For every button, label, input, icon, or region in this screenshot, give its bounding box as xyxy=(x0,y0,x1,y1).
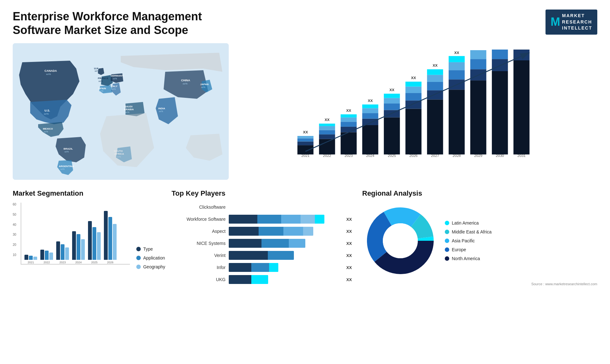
svg-rect-32 xyxy=(297,145,314,155)
svg-rect-55 xyxy=(384,118,400,155)
svg-text:xx%: xx% xyxy=(98,80,103,82)
logo-letter: M xyxy=(551,13,560,30)
player-bar-wrap-aspect xyxy=(229,227,341,236)
player-name-workforce: Workforce Software xyxy=(172,217,226,222)
svg-text:xx%: xx% xyxy=(112,88,116,90)
growth-chart-wrap: XX XX XX xyxy=(248,50,588,158)
player-row-clicksoftware: Clicksoftware xyxy=(172,203,356,212)
svg-rect-34 xyxy=(297,138,314,142)
svg-rect-39 xyxy=(319,130,335,135)
seg-bar-group-2024: 2024 xyxy=(72,231,85,264)
donut-center xyxy=(383,223,418,258)
seg-bar-group-2025: 2025 xyxy=(88,221,101,264)
seg-bar-geo xyxy=(33,257,37,260)
svg-rect-73 xyxy=(449,90,465,155)
svg-text:XX: XX xyxy=(433,64,438,68)
player-xx-workforce: XX xyxy=(346,217,356,222)
player-name-nice: NICE Systems xyxy=(172,241,226,246)
logo-line2: RESEARCH xyxy=(562,19,592,25)
player-name-verint: Verint xyxy=(172,253,226,258)
svg-rect-49 xyxy=(362,125,378,154)
svg-text:xx%: xx% xyxy=(201,86,205,88)
player-row-workforce: Workforce Software XX xyxy=(172,215,356,224)
svg-text:FRANCE: FRANCE xyxy=(98,77,109,80)
svg-text:xx%: xx% xyxy=(99,90,103,92)
svg-rect-37 xyxy=(319,139,335,155)
growth-chart-svg: XX XX XX xyxy=(248,50,588,158)
svg-text:U.K.: U.K. xyxy=(94,67,99,70)
reg-label-europe: Europe xyxy=(452,247,466,252)
reg-legend-asia-pacific: Asia Pacific xyxy=(445,238,491,243)
legend-item-application: Application xyxy=(136,255,165,260)
svg-text:CHINA: CHINA xyxy=(181,79,190,82)
player-name-aspect: Aspect xyxy=(172,229,226,234)
logo: M MARKET RESEARCH INTELLECT xyxy=(546,10,597,35)
player-bar-wrap-workforce xyxy=(229,215,341,224)
svg-rect-47 xyxy=(341,114,357,118)
seg-bar-group-2022: 2022 xyxy=(40,250,53,264)
svg-text:MEXICO: MEXICO xyxy=(43,127,53,130)
player-row-infor: Infor XX xyxy=(172,263,356,272)
svg-rect-70 xyxy=(427,75,443,82)
svg-rect-69 xyxy=(427,82,443,90)
bottom-row: Market Segmentation 60 50 40 30 20 10 xyxy=(13,189,597,287)
seg-bars: 2021 2022 xyxy=(21,203,130,265)
player-bar-wrap-clicksoftware xyxy=(229,203,341,212)
player-bar-nice xyxy=(229,239,305,248)
svg-text:BRAZIL: BRAZIL xyxy=(64,147,73,150)
reg-dot-europe xyxy=(445,247,449,252)
svg-rect-43 xyxy=(341,132,357,155)
svg-text:xx%: xx% xyxy=(95,70,99,72)
reg-label-latin-america: Latin America xyxy=(452,220,479,226)
svg-text:XX: XX xyxy=(303,130,308,134)
svg-rect-50 xyxy=(362,119,378,125)
player-xx-aspect: XX xyxy=(346,229,356,234)
logo-line1: MARKET xyxy=(562,13,592,19)
svg-text:xx%: xx% xyxy=(183,82,187,85)
player-bar-aspect xyxy=(229,227,313,236)
canada-label: CANADA xyxy=(44,69,57,72)
svg-text:SPAIN: SPAIN xyxy=(98,87,106,90)
svg-rect-53 xyxy=(362,104,378,108)
reg-legend-europe: Europe xyxy=(445,247,491,252)
svg-text:ITALY: ITALY xyxy=(111,85,118,88)
svg-rect-84 xyxy=(492,71,508,154)
svg-rect-45 xyxy=(341,122,357,127)
players-list: Clicksoftware Workforce Software xyxy=(172,203,356,284)
svg-text:2026: 2026 xyxy=(409,153,417,158)
logo-box: M MARKET RESEARCH INTELLECT xyxy=(546,10,597,35)
key-players-section: Top Key Players Clicksoftware Workforce … xyxy=(172,189,356,287)
svg-text:xx%: xx% xyxy=(46,73,51,76)
svg-rect-77 xyxy=(449,56,465,62)
regional-legend: Latin America Middle East & Africa Asia … xyxy=(445,220,491,261)
svg-text:2028: 2028 xyxy=(452,153,461,158)
player-row-nice: NICE Systems XX xyxy=(172,239,356,248)
map-svg: CANADA xx% U.S. xx% MEXICO xx% BRAZIL xx… xyxy=(13,43,229,180)
svg-text:xx%: xx% xyxy=(44,112,49,115)
svg-rect-79 xyxy=(470,81,486,155)
legend-label-geography: Geography xyxy=(143,264,165,269)
svg-rect-40 xyxy=(319,126,335,130)
svg-rect-86 xyxy=(492,50,508,59)
reg-dot-latin-america xyxy=(445,221,449,225)
svg-text:INDIA: INDIA xyxy=(158,107,165,110)
player-name-ukg: UKG xyxy=(172,277,226,282)
legend-label-type: Type xyxy=(143,246,153,252)
key-players-title: Top Key Players xyxy=(172,189,356,198)
donut-svg xyxy=(362,203,438,279)
svg-text:2029: 2029 xyxy=(474,153,482,158)
player-bar-wrap-ukg xyxy=(229,275,341,284)
segmentation-chart: 60 50 40 30 20 10 xyxy=(13,203,165,273)
seg-bars-area: 60 50 40 30 20 10 xyxy=(13,203,130,273)
svg-text:XX: XX xyxy=(325,118,330,122)
seg-bar-group-2026: 2026 xyxy=(104,211,117,264)
reg-dot-middle-east xyxy=(445,230,449,234)
legend-dot-type xyxy=(136,247,141,251)
svg-rect-41 xyxy=(319,124,335,126)
player-bar-verint xyxy=(229,251,294,260)
legend-dot-application xyxy=(136,256,141,260)
seg-bar-group-2021: 2021 xyxy=(24,255,37,264)
player-xx-ukg: XX xyxy=(346,277,356,282)
svg-text:GERMANY: GERMANY xyxy=(111,74,124,77)
reg-dot-asia-pacific xyxy=(445,239,449,243)
